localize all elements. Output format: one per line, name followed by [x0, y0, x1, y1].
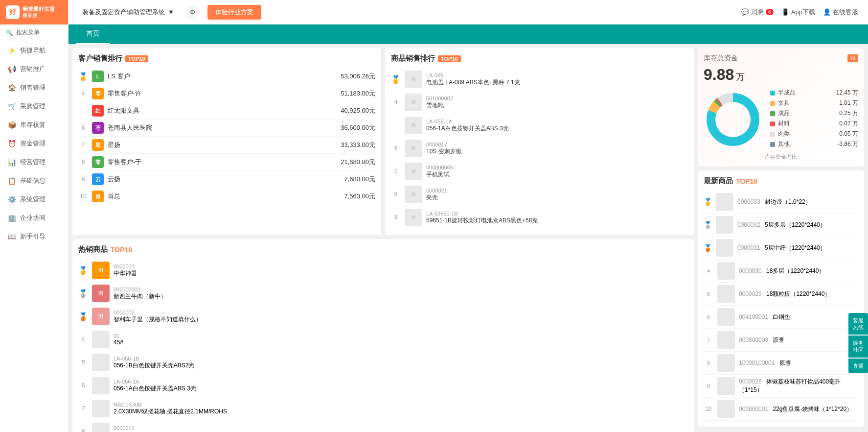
- trial-button[interactable]: 体验行业方案: [207, 5, 261, 20]
- medal-icon: 🥇: [78, 266, 88, 275]
- inventory-unit: 万: [736, 72, 745, 82]
- product-name: 原查: [779, 360, 791, 366]
- sidebar-item-inventory[interactable]: 📦 库存核算: [0, 116, 68, 134]
- avatar: 肖: [92, 191, 104, 202]
- product-thumbnail: [717, 400, 735, 418]
- product-name: 电池盖 LA-089 ABS本色+黑种 7.1克: [426, 78, 688, 87]
- product-top10-badge: TOP10: [438, 55, 461, 62]
- product-code: LA-089: [426, 72, 688, 78]
- customer-name: 肖总: [108, 192, 340, 201]
- product-info: 0000031 5层中纤（1220*2440）: [737, 244, 858, 252]
- product-info: 10000100001 原查: [739, 359, 858, 367]
- sidebar: 好 畅捷通好生意 标准版 🔍 搜索菜单 ⚡ 快捷导航 📢 营销推广 🏠 销售管理…: [0, 0, 69, 432]
- enterprise-icon: 🏢: [7, 214, 16, 222]
- marketing-icon: 📢: [7, 65, 16, 73]
- page-tab-bar: 首页: [69, 24, 868, 44]
- sidebar-item-shortcut[interactable]: ⚡ 快捷导航: [0, 41, 68, 60]
- sidebar-item-finance[interactable]: ⏰ 资金管理: [0, 134, 68, 153]
- product-info: 0000001 中华神器: [114, 264, 137, 278]
- product-name: 5层多层（1220*2440）: [765, 221, 826, 228]
- sidebar-item-label: 销售管理: [20, 83, 46, 92]
- product-code: 0000001: [114, 264, 137, 269]
- product-name: 智利车子里（规格不知道填什么）: [114, 315, 202, 324]
- sidebar-item-enterprise[interactable]: 🏢 企业协同: [0, 209, 68, 227]
- search-menu-label: 搜索菜单: [16, 28, 40, 37]
- legend-color: [770, 132, 775, 137]
- product-info: 004100001 白钢垫: [739, 313, 858, 321]
- rank-number: 8: [78, 428, 88, 432]
- new-products-top10: TOP10: [736, 177, 757, 185]
- notification-badge: 6: [766, 9, 774, 15]
- rank-number: 8: [78, 159, 88, 166]
- rank-number: 7: [391, 168, 401, 175]
- product-info: 003800001 22g鱼豆腐-烧烤味（1*12*20）: [739, 405, 858, 413]
- app-download-label: App下载: [791, 8, 815, 17]
- rank-number: 10: [78, 193, 88, 200]
- online-service-button[interactable]: 👤 在线客服: [823, 8, 858, 17]
- table-row: 4 图 001000002 雪地靴: [391, 91, 688, 114]
- medal-icon: 🥇: [78, 72, 88, 81]
- basic-icon: 📋: [7, 176, 16, 185]
- settings-button[interactable]: ⚙: [186, 5, 200, 19]
- product-name: 中华神器: [114, 269, 137, 278]
- legend-color: [770, 142, 775, 147]
- legend-item: 半成品 12.45 万: [770, 89, 858, 97]
- inventory-amount: 9.88: [704, 66, 734, 83]
- table-row: 7 图 000800005 手机测试: [391, 160, 688, 183]
- avatar: 苍: [92, 122, 104, 134]
- product-name: 5层中纤（1220*2440）: [765, 244, 826, 251]
- service-community-button[interactable]: 服务社区: [848, 336, 868, 358]
- product-name: 056-1A白色按键开关盖ABS 3壳: [426, 124, 688, 133]
- list-item: 🥇 0000033 封边带（1.0*22）: [704, 191, 858, 214]
- sidebar-item-marketing[interactable]: 📢 营销推广: [0, 60, 68, 78]
- product-code: 0000030: [739, 267, 762, 274]
- sidebar-item-guide[interactable]: 📖 新手引导: [0, 227, 68, 246]
- legend-item: 其他 -3.86 万: [770, 140, 858, 148]
- product-thumbnail: [716, 216, 733, 234]
- sidebar-item-operation[interactable]: 📊 经营管理: [0, 153, 68, 171]
- customer-rank-table: 🥇 L LS 客户 53,006.26元 4 零 零售客户-许 51,183.0…: [78, 68, 375, 205]
- avatar: 零: [92, 88, 104, 99]
- rank-number: 7: [78, 405, 88, 412]
- customer-name: LS 客户: [108, 72, 337, 81]
- sidebar-item-basic[interactable]: 📋 基础信息: [0, 171, 68, 190]
- sidebar-item-sales[interactable]: 🏠 销售管理: [0, 78, 68, 97]
- hot-products-card: 热销商品 TOP10 🥇 图 0000001 中华神器: [72, 239, 694, 432]
- product-code: 01: [114, 333, 123, 339]
- table-row: 9 云 云扬 7,680.00元: [78, 171, 375, 188]
- sidebar-item-system[interactable]: ⚙️ 系统管理: [0, 190, 68, 209]
- product-info: 0000032 5层多层（1220*2440）: [737, 221, 858, 229]
- list-item: 4 0000030 18多层（1220*2440）: [704, 260, 858, 283]
- product-code: 0000021: [426, 188, 688, 193]
- notifications-button[interactable]: 💬 消息 6: [741, 8, 774, 17]
- table-row: 图 LA-056-1A 056-1A白色按键开关盖ABS 3壳: [391, 114, 688, 137]
- list-item: 🥉 0000031 5层中纤（1220*2440）: [704, 237, 858, 260]
- list-item: 🥉 图 0000002 智利车子里（规格不知道填什么）: [78, 305, 688, 328]
- product-code: 004100001: [739, 313, 768, 320]
- rank-number: 4: [704, 268, 713, 274]
- sidebar-item-label: 企业协同: [20, 214, 46, 222]
- live-broadcast-button[interactable]: 直播: [848, 359, 868, 373]
- product-ranking-label: 商品销售排行: [391, 54, 435, 63]
- legend-value: -0.05 万: [837, 130, 858, 138]
- app-download-button[interactable]: 📱 App下载: [781, 8, 815, 17]
- product-info: 0000011 12070519-xs: [114, 425, 147, 432]
- rank-number: 6: [704, 314, 713, 320]
- search-menu[interactable]: 🔍 搜索菜单: [0, 24, 68, 41]
- table-row: 8 零 零售客户-于 21,680.00元: [78, 154, 375, 171]
- medal-icon: 🥇: [391, 75, 401, 84]
- legend-value: 0.25 万: [839, 109, 858, 118]
- sidebar-item-purchase[interactable]: 🛒 采购管理: [0, 97, 68, 116]
- tab-home[interactable]: 首页: [76, 24, 110, 44]
- top-bar: 装备及固定资产辅助管理系统 ▼ ⚙ 体验行业方案 💬 消息 6 📱 App下载 …: [69, 0, 868, 24]
- list-item: 7 000800008 原查: [704, 329, 858, 352]
- product-code: 10000100001: [739, 360, 775, 366]
- product-name: 22g鱼豆腐-烧烤味（1*12*20）: [773, 406, 852, 412]
- system-selector[interactable]: 装备及固定资产辅助管理系统 ▼: [78, 6, 178, 19]
- customer-service-button[interactable]: 客服热线: [848, 313, 868, 335]
- product-info: 0000002 智利车子里（规格不知道填什么）: [114, 310, 202, 324]
- list-item: 6 LA-056-1A 056-1A白色按键开关盖ABS 3壳: [78, 374, 688, 397]
- legend-item: 材料 0.07 万: [770, 120, 858, 128]
- product-name: 056-1A白色按键开关盖ABS 3壳: [114, 384, 196, 393]
- table-row: 🥇 L LS 客户 53,006.26元: [78, 68, 375, 85]
